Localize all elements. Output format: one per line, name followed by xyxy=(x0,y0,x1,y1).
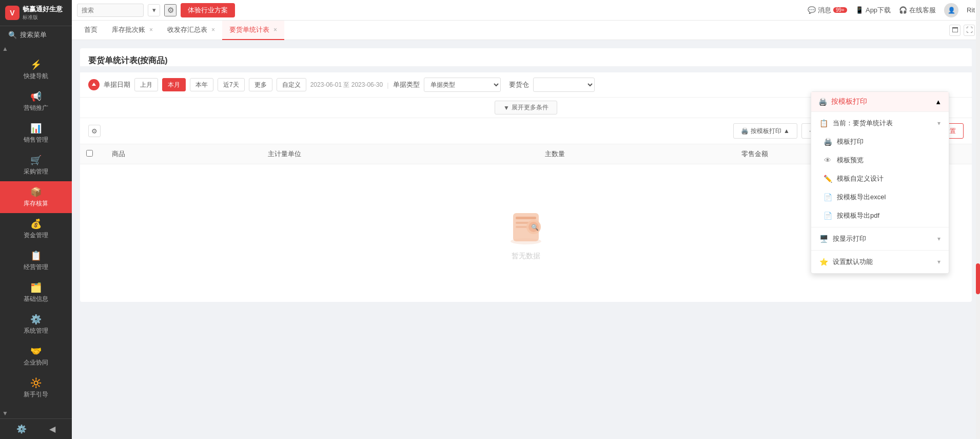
print-menu-template-custom[interactable]: ✏️ 模板自定义设计 xyxy=(811,169,949,188)
export-pdf-icon: 📄 xyxy=(824,212,832,220)
tab-order-stats-close[interactable]: × xyxy=(273,26,277,33)
tab-home[interactable]: 首页 xyxy=(77,21,105,40)
right-scrollbar[interactable] xyxy=(976,0,980,439)
print-dropdown-close-icon[interactable]: ▲ xyxy=(935,98,942,106)
svg-rect-3 xyxy=(516,217,536,219)
system-icon: ⚙️ xyxy=(30,314,42,325)
col-goods: 商品 xyxy=(106,144,262,164)
sidebar-bottom: ⚙️ ◀ xyxy=(0,418,72,439)
print-chevron-up-icon: ▲ xyxy=(783,127,790,135)
print-dropdown-body: 📋 当前：要货单统计表 ▾ 🖨️ 模板打印 👁 模板预览 ✏️ 模板自定义设计 xyxy=(811,112,949,273)
export-excel-icon: 📄 xyxy=(824,193,832,201)
date-custom-button[interactable]: 自定义 xyxy=(277,78,306,91)
sidebar-scroll-down[interactable]: ▼ xyxy=(0,408,10,418)
app-download-button[interactable]: 📱 App下载 xyxy=(855,6,891,15)
dropdown-divider-1 xyxy=(811,227,949,227)
sidebar-item-inventory[interactable]: 📦 库存核算 xyxy=(0,181,72,213)
tab-batch-account-close[interactable]: × xyxy=(149,26,153,33)
date-this-year-button[interactable]: 本年 xyxy=(190,78,213,91)
trial-button[interactable]: 体验行业方案 xyxy=(181,3,235,17)
col-checkbox xyxy=(80,144,106,164)
search-dropdown-button[interactable]: ▾ xyxy=(148,4,160,16)
sidebar-item-purchase[interactable]: 🛒 采购管理 xyxy=(0,149,72,181)
inventory-icon: 📦 xyxy=(30,186,42,198)
date-this-month-button[interactable]: 本月 xyxy=(162,78,186,91)
sidebar-item-apps[interactable]: 🔲 应用中心 xyxy=(0,404,72,408)
sidebar-item-finance[interactable]: 💰 资金管理 xyxy=(0,213,72,245)
tab-maximize-button[interactable]: 🗖 xyxy=(949,25,961,36)
basic-icon: 🗂️ xyxy=(30,282,42,293)
sidebar-item-system[interactable]: ⚙️ 系统管理 xyxy=(0,309,72,340)
export-pdf-label: 按模板导出pdf xyxy=(837,211,940,220)
logo-icon: V xyxy=(5,6,19,20)
sidebar-item-marketing[interactable]: 📢 营销推广 xyxy=(0,86,72,118)
print-dropdown-title-group: 🖨️ 按模板打印 xyxy=(818,97,867,106)
print-menu-template-preview[interactable]: 👁 模板预览 xyxy=(811,151,949,169)
table-settings-icon[interactable]: ⚙ xyxy=(88,125,101,137)
print-menu-current[interactable]: 📋 当前：要货单统计表 ▾ xyxy=(811,114,949,132)
print-dropdown-header-icon: 🖨️ xyxy=(818,98,827,106)
type-filter-select[interactable]: 单据类型 xyxy=(424,78,501,92)
main-area: ▾ ⚙ 体验行业方案 💬 消息 99+ 📱 App下载 🎧 在线客服 👤 Rit… xyxy=(72,0,980,439)
tab-batch-account[interactable]: 库存批次账 × xyxy=(105,21,160,40)
collapse-icon[interactable]: ◀ xyxy=(49,424,55,434)
select-all-checkbox[interactable] xyxy=(86,150,93,157)
default-func-icon: ⭐ xyxy=(819,258,828,266)
date-recent7-button[interactable]: 近7天 xyxy=(218,78,245,91)
expand-more-button[interactable]: ▼ 展开更多条件 xyxy=(495,101,557,114)
content-area: 要货单统计表(按商品) 单据日期 上月 本月 本年 近7天 更多 自定义 202… xyxy=(72,40,980,439)
date-more-button[interactable]: 更多 xyxy=(249,78,272,91)
message-icon: 💬 xyxy=(808,6,816,14)
template-print-icon: 🖨️ xyxy=(824,138,832,146)
print-menu-default-func[interactable]: ⭐ 设置默认功能 ▾ xyxy=(811,253,949,271)
sidebar-item-basic[interactable]: 🗂️ 基础信息 xyxy=(0,277,72,309)
online-service-button[interactable]: 🎧 在线客服 xyxy=(899,6,936,15)
print-menu-export-excel[interactable]: 📄 按模板导出excel xyxy=(811,188,949,206)
template-preview-icon: 👁 xyxy=(824,156,832,164)
top-bar-right: 💬 消息 99+ 📱 App下载 🎧 在线客服 👤 Rit xyxy=(808,3,975,17)
sidebar-item-guide[interactable]: 🔆 新手引导 xyxy=(0,372,72,404)
date-prev-month-button[interactable]: 上月 xyxy=(134,78,158,91)
filter-expand-button[interactable] xyxy=(88,79,100,90)
messages-button[interactable]: 💬 消息 99+ xyxy=(808,6,847,15)
type-filter-label: 单据类型 xyxy=(393,80,420,89)
tab-receipt-summary[interactable]: 收发存汇总表 × xyxy=(160,21,222,40)
col-unit: 主计量单位 xyxy=(262,144,539,164)
tabs-right-buttons: 🗖 ⛶ xyxy=(949,25,975,36)
current-template-icon: 📋 xyxy=(819,119,828,127)
settings-icon[interactable]: ⚙️ xyxy=(16,424,27,434)
print-dropdown-title: 按模板打印 xyxy=(831,97,867,106)
svg-text:🔍: 🔍 xyxy=(531,223,539,231)
template-preview-label: 模板预览 xyxy=(837,156,940,165)
sidebar-item-sales[interactable]: 📊 销售管理 xyxy=(0,118,72,149)
scrollbar-thumb[interactable] xyxy=(976,263,980,294)
top-gear-button[interactable]: ⚙ xyxy=(164,4,177,16)
tab-fullscreen-button[interactable]: ⛶ xyxy=(964,25,975,36)
print-dropdown-header[interactable]: 🖨️ 按模板打印 ▲ xyxy=(811,92,949,112)
expand-down-icon: ▼ xyxy=(503,104,509,111)
sales-icon: 📊 xyxy=(30,123,42,134)
print-menu-display-print[interactable]: 🖥️ 按显示打印 ▾ xyxy=(811,230,949,248)
sidebar-item-enterprise[interactable]: 🤝 企业协同 xyxy=(0,340,72,372)
sidebar-search[interactable]: 🔍 搜索菜单 xyxy=(0,26,72,44)
sidebar-scroll-up[interactable]: ▲ xyxy=(0,44,10,54)
user-avatar[interactable]: 👤 xyxy=(944,3,958,17)
tab-receipt-summary-close[interactable]: × xyxy=(211,26,215,33)
display-print-label: 按显示打印 xyxy=(833,234,932,243)
page-title: 要货单统计表(按商品) xyxy=(88,55,964,66)
col-quantity: 主数量 xyxy=(539,144,735,164)
goods-filter-label: 要货仓 xyxy=(509,80,529,89)
sidebar-item-quick-nav[interactable]: ⚡ 快捷导航 xyxy=(0,54,72,86)
goods-filter-select[interactable] xyxy=(533,78,595,92)
print-menu-export-pdf[interactable]: 📄 按模板导出pdf xyxy=(811,206,949,225)
dropdown-divider-2 xyxy=(811,250,949,251)
search-input[interactable] xyxy=(77,4,144,17)
sidebar-item-operations[interactable]: 📋 经营管理 xyxy=(0,245,72,277)
print-template-button[interactable]: 🖨️ 按模板打印 ▲ xyxy=(733,123,797,139)
enterprise-icon: 🤝 xyxy=(30,346,42,357)
date-filter-label: 单据日期 xyxy=(104,80,130,89)
print-menu-template-print[interactable]: 🖨️ 模板打印 xyxy=(811,132,949,151)
svg-marker-0 xyxy=(92,83,96,86)
sidebar-nav: ⚡ 快捷导航 📢 营销推广 📊 销售管理 🛒 采购管理 📦 库存核算 💰 资金管… xyxy=(0,54,72,408)
tab-order-stats[interactable]: 要货单统计表 × xyxy=(222,21,284,40)
